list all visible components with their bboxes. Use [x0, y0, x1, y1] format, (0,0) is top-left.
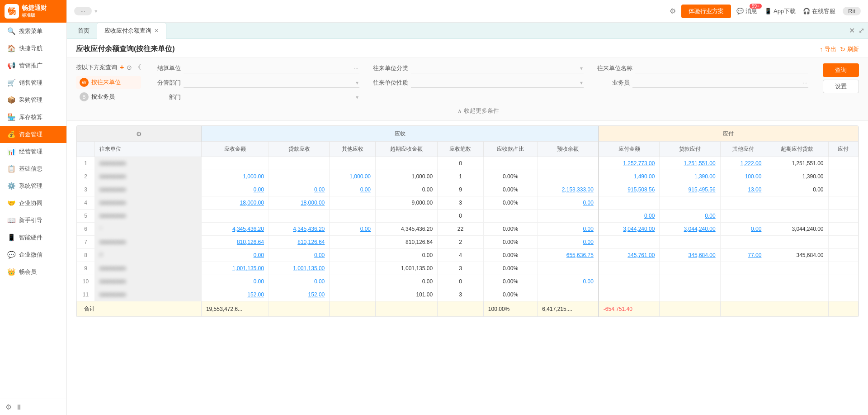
table-cell[interactable]: 0.00: [201, 249, 269, 262]
sidebar-item-guide[interactable]: 📖 新手引导: [0, 212, 66, 229]
filter-more-button[interactable]: ∧ 收起更多条件: [458, 107, 499, 115]
table-cell[interactable]: 152.00: [201, 288, 269, 301]
export-button[interactable]: ↑ 导出: [820, 45, 836, 53]
tab-home[interactable]: 首页: [71, 23, 97, 38]
table-cell[interactable]: 18,000.00: [201, 196, 269, 210]
settlement-unit-input[interactable]: [184, 63, 353, 73]
table-cell[interactable]: 0.00: [201, 183, 269, 196]
table-cell[interactable]: 0.00: [538, 275, 599, 288]
table-cell[interactable]: 915,495.56: [660, 183, 720, 196]
table-cell[interactable]: 0.00: [330, 183, 376, 196]
table-cell[interactable]: 0.00: [201, 275, 269, 288]
sidebar-item-marketing[interactable]: 📢 营销推广: [0, 57, 66, 74]
table-cell[interactable]: 1,390.00: [660, 170, 720, 183]
tab-balance[interactable]: 应收应付余额查询 ✕: [97, 23, 166, 39]
table-cell[interactable]: 1,001,135.00: [269, 262, 329, 275]
sidebar-item-basic[interactable]: 📋 基础信息: [0, 160, 66, 177]
table-cell[interactable]: 1,000.00: [330, 170, 376, 183]
filter-settings-icon[interactable]: ⊙: [127, 64, 132, 71]
table-cell[interactable]: 915,508.56: [599, 183, 660, 196]
table-cell[interactable]: 1,251,551.00: [660, 157, 720, 170]
dept-input[interactable]: [184, 78, 355, 87]
table-cell[interactable]: 345,684.00: [660, 249, 720, 262]
refresh-button[interactable]: ↻ 刷新: [840, 45, 859, 53]
table-cell[interactable]: 345,761.00: [599, 249, 660, 262]
filter-settings-button[interactable]: 设置: [823, 80, 859, 93]
sidebar-item-purchase[interactable]: 📦 采购管理: [0, 91, 66, 109]
settlement-dots-icon[interactable]: ···: [353, 65, 359, 72]
sidebar-item-corp[interactable]: 🤝 企业协同: [0, 195, 66, 212]
table-cell[interactable]: 0.00: [269, 249, 329, 262]
partner-name-input[interactable]: [635, 63, 808, 73]
sidebar-item-system[interactable]: ⚙️ 系统管理: [0, 177, 66, 195]
filter-collapse-icon[interactable]: 《: [135, 63, 141, 72]
sidebar-gear-button[interactable]: ⚙: [5, 403, 12, 411]
partner-nature-input[interactable]: [411, 78, 580, 87]
filter-nav-salesman[interactable]: B 按业务员: [76, 91, 141, 103]
message-button[interactable]: 💬 消息 99+: [736, 7, 757, 15]
dept-chevron[interactable]: ▾: [355, 80, 359, 86]
table-cell[interactable]: 655,636.75: [538, 249, 599, 262]
breadcrumb-item[interactable]: ···: [74, 7, 92, 15]
user-profile-button[interactable]: Rit: [843, 7, 861, 15]
table-cell[interactable]: 0.00: [538, 196, 599, 210]
table-cell[interactable]: 1,222.00: [720, 157, 766, 170]
table-cell[interactable]: 0.00: [538, 223, 599, 236]
table-cell[interactable]: 18,000.00: [269, 196, 329, 210]
partner-category-input[interactable]: [411, 63, 580, 73]
sidebar-item-wechat[interactable]: 💬 企业微信: [0, 246, 66, 263]
table-cell[interactable]: 810,126.64: [269, 236, 329, 249]
table-cell[interactable]: 100.00: [720, 170, 766, 183]
sidebar-item-sales[interactable]: 🛒 销售管理: [0, 74, 66, 91]
tab-close-icon[interactable]: ✕: [154, 28, 159, 34]
sidebar-item-search[interactable]: 🔍 搜索菜单: [0, 23, 66, 40]
table-cell[interactable]: 3,044,240.00: [599, 223, 660, 236]
table-cell[interactable]: 1,001,135.00: [201, 262, 269, 275]
tabbar-close-button[interactable]: ✕: [849, 26, 855, 35]
subdept-input[interactable]: [184, 92, 355, 102]
salesman-input[interactable]: [632, 78, 802, 87]
table-cell[interactable]: 1,252,773.00: [599, 157, 660, 170]
table-cell[interactable]: 0.00: [269, 183, 329, 196]
table-cell[interactable]: 4,345,436.20: [201, 223, 269, 236]
table-cell[interactable]: 810,126.64: [201, 236, 269, 249]
search-icon: 🔍: [7, 27, 15, 35]
table-cell[interactable]: 0.00: [330, 223, 376, 236]
salesman-dots-icon[interactable]: ···: [802, 80, 808, 86]
table-cell[interactable]: 0.00: [538, 236, 599, 249]
sidebar-item-operations[interactable]: 📊 经营管理: [0, 143, 66, 160]
footer-ar-prepay[interactable]: 6,417,215....: [538, 301, 599, 317]
table-cell[interactable]: 1,490.00: [599, 170, 660, 183]
subdept-chevron[interactable]: ▾: [355, 94, 359, 100]
sidebar-collapse-button[interactable]: ⏸: [15, 403, 23, 411]
table-cell[interactable]: 4,345,436.20: [269, 223, 329, 236]
sidebar-item-member[interactable]: 👑 畅会员: [0, 263, 66, 281]
table-cell[interactable]: 1,000.00: [201, 170, 269, 183]
table-cell[interactable]: 0.00: [720, 223, 766, 236]
table-cell[interactable]: 0.00: [660, 210, 720, 223]
partner-nature-chevron[interactable]: ▾: [579, 80, 584, 86]
footer-ar-amount[interactable]: 19,553,472,6...: [201, 301, 269, 317]
table-cell[interactable]: 77.00: [720, 249, 766, 262]
online-service-button[interactable]: 🎧 在线客服: [803, 7, 835, 15]
sidebar-item-hardware[interactable]: 📱 智能硬件: [0, 229, 66, 246]
sidebar-item-quick[interactable]: 🏠 快捷导航: [0, 40, 66, 57]
table-cell[interactable]: 0.00: [269, 275, 329, 288]
table-cell[interactable]: 13.00: [720, 183, 766, 196]
table-settings-icon[interactable]: ⚙: [136, 130, 142, 138]
field-dept: 分管部门 ▾: [148, 78, 359, 88]
app-download-button[interactable]: 📱 App下载: [764, 7, 796, 15]
filter-nav-company[interactable]: W 按往来单位: [76, 76, 141, 89]
solution-button[interactable]: 体验行业方案: [681, 5, 731, 18]
topbar-settings-icon[interactable]: ⚙: [670, 7, 676, 15]
query-button[interactable]: 查询: [823, 63, 859, 77]
table-cell[interactable]: 2,153,333.00: [538, 183, 599, 196]
tabbar-expand-button[interactable]: ⤢: [859, 26, 864, 35]
sidebar-item-finance[interactable]: 💰 资金管理: [0, 126, 66, 143]
partner-category-chevron[interactable]: ▾: [579, 65, 584, 72]
table-cell[interactable]: 3,044,240.00: [660, 223, 720, 236]
table-cell[interactable]: 152.00: [269, 288, 329, 301]
table-cell[interactable]: 0.00: [599, 210, 660, 223]
sidebar-item-inventory[interactable]: 🏪 库存核算: [0, 109, 66, 126]
filter-add-button[interactable]: +: [120, 63, 124, 72]
